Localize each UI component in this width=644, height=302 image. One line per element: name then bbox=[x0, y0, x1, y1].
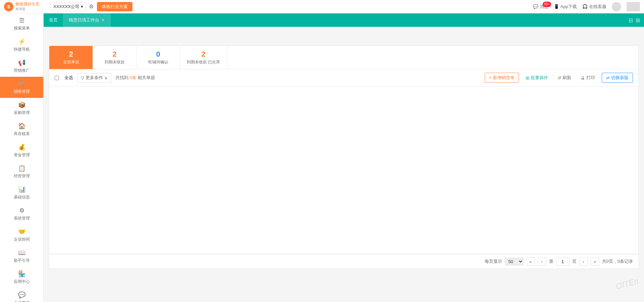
page-input[interactable] bbox=[556, 257, 570, 266]
found-suffix: 相关单据 bbox=[138, 75, 155, 80]
settings-icon[interactable]: ⚙ bbox=[89, 3, 94, 10]
sidebar-item-wechat[interactable]: 💬 企业微信 bbox=[0, 288, 43, 302]
logo-area: 6 畅捷通好生意 标准版 bbox=[4, 2, 48, 12]
app-download-item[interactable]: 📱 App下载 bbox=[554, 4, 577, 10]
found-text: 共找到 0条 相关单据 bbox=[115, 75, 155, 81]
page-label: 第 bbox=[549, 258, 553, 264]
tab-count-wangpu: 0 bbox=[143, 50, 173, 59]
tab-bar: 首页 钱货日清工作台 ✕ ⊟ ⊞ bbox=[44, 13, 644, 27]
logo-sub: 标准版 bbox=[15, 7, 40, 11]
tab-label-all: 全部单据 bbox=[56, 59, 86, 65]
tab-label-wangpu: 旺铺待确认 bbox=[143, 59, 173, 65]
sidebar-label-guide: 新手引导 bbox=[14, 258, 30, 263]
sidebar-item-guide[interactable]: 📖 新手引导 bbox=[0, 246, 43, 267]
app-download-label: App下载 bbox=[560, 4, 577, 10]
print-icon: 🖨 bbox=[581, 75, 585, 80]
sidebar-item-marketing[interactable]: 📢 营销推广 bbox=[0, 56, 43, 77]
prev-page-icon: ‹ bbox=[541, 259, 542, 264]
main-content: 2 全部单据 2 到期未收款 0 旺铺待确认 2 到期未收款 已出库 全选 ▽ … bbox=[44, 40, 644, 302]
logo-text: 畅捷通好生意 bbox=[15, 2, 40, 7]
tab-label-overdue: 到期未收款 bbox=[100, 59, 129, 65]
summary-tab-all[interactable]: 2 全部单据 bbox=[49, 46, 93, 69]
table-area bbox=[49, 86, 639, 254]
sidebar-item-sales[interactable]: 🛒 销售管理 bbox=[0, 77, 43, 98]
search-menu-icon: ☰ bbox=[19, 17, 24, 24]
first-page-button[interactable]: « bbox=[526, 257, 535, 266]
summary-tab-wangpu[interactable]: 0 旺铺待确认 bbox=[137, 46, 180, 69]
new-sale-button[interactable]: + 新增销货单 bbox=[485, 73, 519, 83]
tab-label-shipped: 到期未收款 已出库 bbox=[187, 59, 220, 65]
summary-tab-overdue[interactable]: 2 到期未收款 bbox=[93, 46, 137, 69]
top-bar: 6 畅捷通好生意 标准版 XXXXXX公司 ▾ ⚙ 体验行业方案 💬 消息 99… bbox=[0, 0, 644, 13]
summary-tab-shipped[interactable]: 2 到期未收款 已出库 bbox=[180, 46, 227, 69]
filter-chevron-icon: ∨ bbox=[104, 75, 108, 80]
sidebar-item-quick[interactable]: ⚡ 快捷导航 bbox=[0, 35, 43, 56]
sidebar-label-apps: 应用中心 bbox=[14, 279, 30, 285]
wechat-icon: 💬 bbox=[18, 291, 25, 299]
sidebar-label-enterprise: 企业协同 bbox=[14, 237, 30, 242]
quick-nav-icon: ⚡ bbox=[18, 38, 25, 45]
prev-page-button[interactable]: ‹ bbox=[538, 257, 546, 266]
per-page-select[interactable]: 50 100 200 bbox=[505, 258, 524, 265]
next-page-icon: › bbox=[583, 259, 584, 264]
batch-icon: ⊞ bbox=[526, 75, 529, 80]
total-records: 共0页，0条记录 bbox=[602, 258, 633, 264]
tab-active[interactable]: 钱货日清工作台 ✕ bbox=[63, 13, 110, 27]
sales-icon: 🛒 bbox=[18, 80, 25, 87]
sidebar-item-operations[interactable]: 📋 经营管理 bbox=[0, 161, 43, 182]
tab-expand-icon[interactable]: ⊞ bbox=[636, 17, 640, 23]
refresh-button[interactable]: ↺ 刷新 bbox=[555, 73, 574, 82]
select-all-checkbox[interactable] bbox=[55, 76, 59, 80]
inventory-icon: 🏠 bbox=[18, 122, 25, 130]
logo-icon: 6 bbox=[4, 2, 13, 11]
batch-operation-button[interactable]: ⊞ 批量操作 bbox=[523, 73, 551, 82]
apps-icon: 🏪 bbox=[18, 270, 25, 278]
sidebar-label-finance: 资金管理 bbox=[14, 152, 30, 158]
sidebar-item-system[interactable]: ⚙ 系统管理 bbox=[0, 203, 43, 225]
last-page-button[interactable]: » bbox=[591, 257, 599, 266]
print-button[interactable]: 🖨 打印 bbox=[578, 73, 598, 82]
tab-home[interactable]: 首页 bbox=[44, 13, 63, 27]
message-icon: 💬 bbox=[533, 4, 538, 9]
top-right: 💬 消息 99+ 📱 App下载 🎧 在线客服 bbox=[533, 2, 640, 11]
summary-tabs: 2 全部单据 2 到期未收款 0 旺铺待确认 2 到期未收款 已出库 bbox=[49, 46, 639, 69]
filter-button[interactable]: ▽ 更多条件 ∨ bbox=[77, 73, 111, 82]
system-icon: ⚙ bbox=[19, 207, 24, 214]
tab-close-icon[interactable]: ✕ bbox=[101, 18, 105, 22]
sidebar-item-basics[interactable]: 📊 基础信息 bbox=[0, 182, 43, 203]
sidebar-item-search[interactable]: ☰ 搜索菜单 bbox=[0, 13, 43, 35]
sidebar-item-purchase[interactable]: 📦 采购管理 bbox=[0, 98, 43, 119]
sidebar-label-purchase: 采购管理 bbox=[14, 110, 30, 116]
switch-version-button[interactable]: ⇄ 切换新版 bbox=[602, 73, 633, 83]
toolbar-right: + 新增销货单 ⊞ 批量操作 ↺ 刷新 🖨 打印 ⇄ 切换新版 bbox=[485, 73, 633, 83]
online-service-item[interactable]: 🎧 在线客服 bbox=[582, 4, 606, 10]
sidebar-label-marketing: 营销推广 bbox=[14, 68, 30, 73]
message-badge: 99+ bbox=[543, 2, 551, 7]
company-selector[interactable]: XXXXXX公司 ▾ bbox=[50, 2, 86, 11]
operations-icon: 📋 bbox=[18, 165, 25, 172]
tab-count-shipped: 2 bbox=[187, 50, 220, 59]
sidebar-item-enterprise[interactable]: 🤝 企业协同 bbox=[0, 225, 43, 246]
phone-icon: 📱 bbox=[554, 4, 559, 9]
message-item[interactable]: 💬 消息 99+ bbox=[533, 4, 548, 10]
tab-minimize-icon[interactable]: ⊟ bbox=[629, 17, 633, 23]
print-label: 打印 bbox=[586, 75, 595, 81]
toolbar: 全选 ▽ 更多条件 ∨ 共找到 0条 相关单据 + 新增销货单 ⊞ 批量操作 ↺ bbox=[49, 69, 639, 86]
switch-label: 切换新版 bbox=[611, 75, 629, 81]
sidebar-label-quick: 快捷导航 bbox=[14, 47, 30, 52]
user-name-area[interactable] bbox=[627, 2, 640, 11]
sidebar-item-finance[interactable]: 💰 资金管理 bbox=[0, 140, 43, 161]
avatar[interactable] bbox=[612, 2, 621, 11]
marketing-icon: 📢 bbox=[18, 59, 25, 66]
sidebar-item-inventory[interactable]: 🏠 库存核算 bbox=[0, 119, 43, 140]
trial-button[interactable]: 体验行业方案 bbox=[97, 2, 132, 11]
sidebar-item-apps[interactable]: 🏪 应用中心 bbox=[0, 267, 43, 288]
sidebar: ☰ 搜索菜单 ⚡ 快捷导航 📢 营销推广 🛒 销售管理 📦 采购管理 🏠 库存核… bbox=[0, 13, 44, 302]
finance-icon: 💰 bbox=[18, 143, 25, 151]
switch-icon: ⇄ bbox=[606, 75, 610, 80]
sidebar-label-basics: 基础信息 bbox=[14, 194, 30, 200]
last-page-icon: » bbox=[594, 259, 596, 264]
batch-label: 批量操作 bbox=[531, 75, 548, 81]
next-page-button[interactable]: › bbox=[579, 257, 588, 266]
company-name: XXXXXX公司 bbox=[53, 4, 79, 10]
